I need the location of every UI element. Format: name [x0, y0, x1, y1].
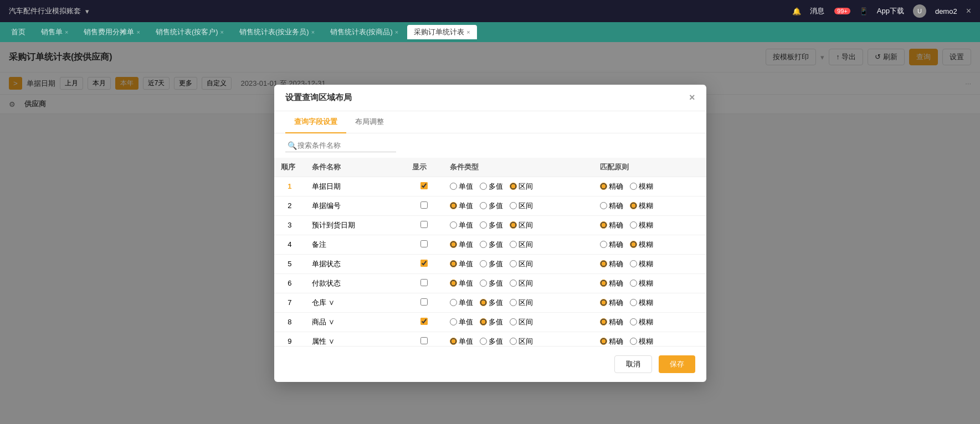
tab-sales-goods[interactable]: 销售统计表(按商品) × — [324, 25, 405, 39]
content-area: 采购订单统计表(按供应商) 按模板打印 ▾ ↑ 导出 ↺ 刷新 查询 设置 > … — [0, 42, 980, 424]
tab-sales-order-close[interactable]: × — [65, 29, 68, 35]
dialog-search-area: 🔍 — [274, 133, 706, 158]
match-fuzzy-radio[interactable]: 模糊 — [630, 201, 653, 211]
type-multi-radio[interactable]: 多值 — [480, 278, 503, 288]
row-order: 1 — [274, 177, 306, 196]
match-exact-radio[interactable]: 精确 — [600, 337, 623, 346]
type-range-radio[interactable]: 区间 — [510, 337, 533, 346]
type-range-radio[interactable]: 区间 — [510, 298, 533, 308]
match-exact-radio[interactable]: 精确 — [600, 259, 623, 269]
display-checkbox[interactable] — [420, 279, 428, 286]
match-fuzzy-radio[interactable]: 模糊 — [630, 337, 653, 346]
row-type-cell: 单值 多值 区间 — [443, 273, 593, 293]
tab-sales-expense-label: 销售费用分摊单 — [84, 27, 134, 37]
tab-sales-staff-label: 销售统计表(按业务员) — [239, 27, 309, 37]
match-exact-radio[interactable]: 精确 — [600, 317, 623, 327]
display-checkbox[interactable] — [420, 221, 428, 228]
match-fuzzy-radio[interactable]: 模糊 — [630, 259, 653, 269]
match-fuzzy-radio[interactable]: 模糊 — [630, 182, 653, 192]
type-single-radio[interactable]: 单值 — [450, 298, 473, 308]
row-condition-name: 预计到货日期 — [305, 215, 406, 235]
display-checkbox[interactable] — [420, 260, 428, 267]
type-single-radio[interactable]: 单值 — [450, 240, 473, 250]
match-fuzzy-radio[interactable]: 模糊 — [630, 298, 653, 308]
type-range-radio[interactable]: 区间 — [510, 317, 533, 327]
table-row: 3 预计到货日期 单值 多值 区间 — [274, 215, 706, 235]
display-checkbox[interactable] — [420, 182, 428, 189]
row-condition-name: 属性 ∨ — [305, 332, 406, 346]
display-checkbox[interactable] — [420, 240, 428, 247]
tab-sales-staff-close[interactable]: × — [311, 29, 315, 35]
match-exact-radio[interactable]: 精确 — [600, 201, 623, 211]
tab-purchase-stats[interactable]: 采购订单统计表 × — [407, 25, 476, 39]
type-multi-radio[interactable]: 多值 — [480, 298, 503, 308]
tab-sales-staff[interactable]: 销售统计表(按业务员) × — [233, 25, 321, 39]
dialog-title: 设置查询区域布局 — [285, 92, 352, 103]
tab-sales-order[interactable]: 销售单 × — [34, 25, 75, 39]
type-multi-radio[interactable]: 多值 — [480, 220, 503, 230]
tab-sales-expense[interactable]: 销售费用分摊单 × — [77, 25, 146, 39]
tab-home[interactable]: 首页 — [4, 25, 32, 39]
row-display-cell — [406, 254, 443, 273]
th-order: 顺序 — [274, 158, 306, 177]
display-checkbox[interactable] — [420, 318, 428, 325]
row-match-cell: 精确 模糊 — [593, 293, 706, 312]
row-display-cell — [406, 273, 443, 293]
type-multi-radio[interactable]: 多值 — [480, 182, 503, 192]
top-bar-right: 🔔 消息 99+ 📱 App下载 U demo2 × — [792, 4, 971, 18]
type-range-radio[interactable]: 区间 — [510, 201, 533, 211]
match-exact-radio[interactable]: 精确 — [600, 298, 623, 308]
type-multi-radio[interactable]: 多值 — [480, 201, 503, 211]
type-multi-radio[interactable]: 多值 — [480, 337, 503, 346]
save-button[interactable]: 保存 — [659, 355, 695, 373]
app-download-label: App下载 — [877, 6, 904, 16]
type-range-radio[interactable]: 区间 — [510, 182, 533, 192]
type-single-radio[interactable]: 单值 — [450, 201, 473, 211]
row-condition-name: 单据状态 — [305, 254, 406, 273]
row-type-cell: 单值 多值 区间 — [443, 293, 593, 312]
type-multi-radio[interactable]: 多值 — [480, 317, 503, 327]
row-match-cell: 精确 模糊 — [593, 196, 706, 215]
match-exact-radio[interactable]: 精确 — [600, 182, 623, 192]
match-exact-radio[interactable]: 精确 — [600, 278, 623, 288]
type-multi-radio[interactable]: 多值 — [480, 259, 503, 269]
cancel-button[interactable]: 取消 — [614, 355, 652, 373]
modal-overlay: 设置查询区域布局 × 查询字段设置 布局调整 🔍 — [0, 42, 980, 424]
type-multi-radio[interactable]: 多值 — [480, 240, 503, 250]
type-single-radio[interactable]: 单值 — [450, 337, 473, 346]
type-range-radio[interactable]: 区间 — [510, 240, 533, 250]
tab-sales-goods-close[interactable]: × — [395, 29, 398, 35]
row-order: 8 — [274, 312, 306, 332]
display-checkbox[interactable] — [420, 337, 428, 344]
match-fuzzy-radio[interactable]: 模糊 — [630, 220, 653, 230]
display-checkbox[interactable] — [420, 201, 428, 209]
dialog-close-button[interactable]: × — [689, 92, 695, 102]
display-checkbox[interactable] — [420, 298, 428, 306]
tab-purchase-stats-label: 采购订单统计表 — [414, 27, 464, 37]
type-single-radio[interactable]: 单值 — [450, 259, 473, 269]
tab-sales-customer-close[interactable]: × — [220, 29, 224, 35]
tab-query-fields[interactable]: 查询字段设置 — [285, 111, 346, 133]
match-fuzzy-radio[interactable]: 模糊 — [630, 240, 653, 250]
match-fuzzy-radio[interactable]: 模糊 — [630, 317, 653, 327]
tab-sales-expense-close[interactable]: × — [136, 29, 140, 35]
type-range-radio[interactable]: 区间 — [510, 278, 533, 288]
type-single-radio[interactable]: 单值 — [450, 220, 473, 230]
top-bar-close-button[interactable]: × — [966, 6, 971, 16]
tab-sales-customer[interactable]: 销售统计表(按客户) × — [149, 25, 230, 39]
type-single-radio[interactable]: 单值 — [450, 182, 473, 192]
tab-layout-adjust[interactable]: 布局调整 — [346, 111, 393, 133]
tab-sales-customer-label: 销售统计表(按客户) — [156, 27, 218, 37]
notification-icon[interactable]: 🔔 — [792, 7, 801, 15]
type-range-radio[interactable]: 区间 — [510, 259, 533, 269]
match-exact-radio[interactable]: 精确 — [600, 220, 623, 230]
match-fuzzy-radio[interactable]: 模糊 — [630, 278, 653, 288]
type-single-radio[interactable]: 单值 — [450, 278, 473, 288]
type-range-radio[interactable]: 区间 — [510, 220, 533, 230]
settings-table-body: 1 单据日期 单值 多值 区间 — [274, 177, 706, 346]
tab-purchase-stats-close[interactable]: × — [466, 29, 470, 35]
match-exact-radio[interactable]: 精确 — [600, 240, 623, 250]
type-single-radio[interactable]: 单值 — [450, 317, 473, 327]
search-input[interactable] — [285, 139, 396, 152]
table-row: 8 商品 ∨ 单值 多值 区间 — [274, 312, 706, 332]
